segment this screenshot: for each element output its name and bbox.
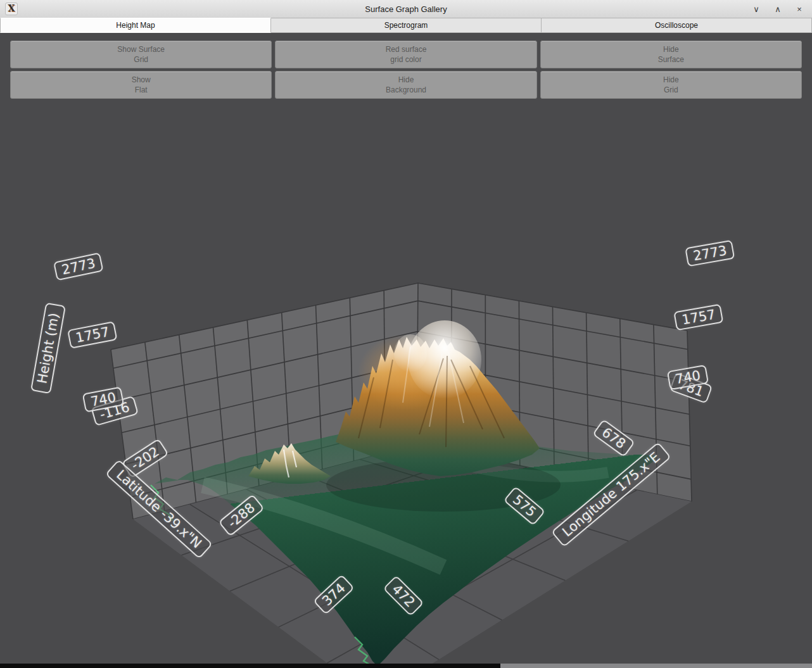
surface-grid-color-button[interactable]: Red surface grid color: [275, 41, 536, 68]
hide-grid-button[interactable]: Hide Grid: [540, 71, 802, 99]
tab-height-map[interactable]: Height Map: [0, 18, 271, 33]
title-bar: X Surface Graph Gallery ∨ ∧ ×: [0, 0, 812, 18]
surface-3d-viewport[interactable]: [0, 130, 812, 668]
show-surface-grid-button[interactable]: Show Surface Grid: [10, 41, 272, 68]
show-flat-button[interactable]: Show Flat: [10, 71, 272, 99]
shade-icon[interactable]: ∨: [750, 4, 763, 14]
window-controls: ∨ ∧ ×: [750, 0, 806, 18]
window-title: Surface Graph Gallery: [0, 4, 812, 14]
height-map-page: Show Surface Grid Red surface grid color…: [0, 33, 812, 668]
bottom-edge-strip: [0, 664, 812, 668]
tab-oscilloscope[interactable]: Oscilloscope: [542, 18, 812, 33]
hide-surface-button[interactable]: Hide Surface: [540, 41, 802, 68]
bottom-edge-dark-segment: [0, 664, 500, 668]
close-icon[interactable]: ×: [793, 4, 806, 14]
tab-spectrogram[interactable]: Spectrogram: [271, 18, 542, 33]
hide-background-button[interactable]: Hide Background: [275, 71, 536, 99]
maximize-icon[interactable]: ∧: [771, 4, 784, 14]
tab-bar: Height Map Spectrogram Oscilloscope: [0, 18, 812, 33]
toolbar: Show Surface Grid Red surface grid color…: [10, 41, 802, 99]
app-icon: X: [5, 3, 18, 15]
